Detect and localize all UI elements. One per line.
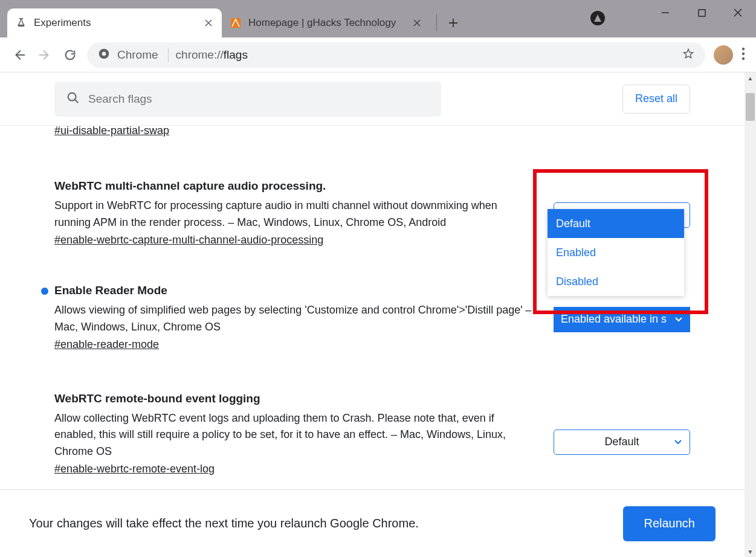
flag-anchor[interactable]: #enable-reader-mode — [54, 338, 159, 351]
flag-title: WebRTC remote-bound event logging — [54, 392, 690, 405]
address-bar[interactable]: Chrome chrome://flags — [87, 42, 705, 68]
flag-dropdown[interactable]: Default — [554, 430, 690, 455]
dropdown-option-default[interactable]: Default — [548, 209, 684, 238]
minimize-button[interactable] — [647, 0, 683, 25]
vertical-scrollbar[interactable]: ▲ ▼ — [745, 72, 756, 557]
svg-rect-1 — [699, 10, 705, 16]
page-content: Reset all #ui-disable-partial-swap WebRT… — [0, 72, 756, 557]
chevron-down-icon — [674, 313, 683, 326]
relaunch-button[interactable]: Relaunch — [623, 506, 716, 541]
svg-point-6 — [742, 57, 745, 59]
close-icon[interactable] — [412, 18, 422, 28]
dropdown-option-disabled[interactable]: Disabled — [548, 267, 684, 296]
dropdown-option-enabled[interactable]: Enabled — [548, 238, 684, 267]
tab-strip: Experiments Homepage | gHacks Technology — [7, 0, 464, 37]
reset-all-button[interactable]: Reset all — [622, 85, 690, 114]
relaunch-footer: Your changes will take effect the next t… — [0, 489, 745, 557]
maximize-button[interactable] — [683, 0, 720, 25]
flag-item: WebRTC remote-bound event logging Allow … — [54, 351, 690, 476]
tab-separator — [436, 14, 437, 31]
site-favicon — [230, 18, 241, 28]
browser-toolbar: Chrome chrome://flags — [0, 37, 756, 72]
flag-anchor[interactable]: #enable-webrtc-capture-multi-channel-aud… — [54, 234, 323, 246]
forward-button[interactable] — [36, 47, 53, 63]
modified-indicator-icon — [41, 288, 48, 295]
svg-point-3 — [102, 51, 106, 56]
media-indicator-icon[interactable] — [590, 11, 605, 25]
flag-description: Allow collecting WebRTC event logs and u… — [54, 410, 532, 461]
back-button[interactable] — [11, 47, 28, 63]
scrollbar-thumb[interactable] — [746, 93, 755, 121]
flags-search-header: Reset all — [0, 72, 745, 126]
dropdown-menu: Default Enabled Disabled — [548, 209, 684, 296]
flag-anchor[interactable]: #enable-webrtc-remote-event-log — [54, 463, 215, 475]
search-input[interactable] — [88, 92, 429, 106]
footer-message: Your changes will take effect the next t… — [29, 517, 419, 530]
search-flags-box[interactable] — [54, 82, 441, 117]
omnibox-origin-label: Chrome — [117, 48, 169, 62]
scroll-down-icon[interactable]: ▼ — [745, 546, 756, 557]
chrome-icon — [98, 48, 110, 62]
flag-description: Support in WebRTC for processing capture… — [54, 198, 532, 231]
tab-title: Experiments — [34, 17, 196, 29]
tab-experiments[interactable]: Experiments — [7, 8, 222, 37]
reload-button[interactable] — [62, 47, 79, 63]
scroll-up-icon[interactable]: ▲ — [745, 72, 756, 83]
svg-point-4 — [742, 47, 745, 50]
profile-avatar[interactable] — [714, 45, 733, 65]
window-controls — [647, 0, 756, 25]
flag-title: WebRTC multi-channel capture audio proce… — [54, 179, 690, 193]
new-tab-button[interactable] — [443, 13, 464, 33]
svg-point-7 — [68, 92, 76, 100]
flag-description: Allows viewing of simplified web pages b… — [54, 302, 532, 336]
tab-title: Homepage | gHacks Technology — [248, 17, 405, 29]
bookmark-star-icon[interactable] — [682, 48, 694, 62]
close-icon[interactable] — [204, 18, 213, 28]
flag-dropdown[interactable]: Enabled available in s — [554, 307, 690, 332]
chevron-down-icon — [674, 436, 682, 448]
close-window-button[interactable] — [720, 0, 756, 25]
search-icon — [66, 91, 80, 107]
flag-anchor[interactable]: #ui-disable-partial-swap — [54, 126, 169, 137]
flask-icon — [16, 18, 27, 28]
tab-ghacks[interactable]: Homepage | gHacks Technology — [222, 8, 430, 37]
svg-point-5 — [742, 52, 745, 54]
kebab-menu-icon[interactable] — [741, 47, 745, 63]
omnibox-url: chrome://flags — [176, 48, 675, 62]
window-titlebar: Experiments Homepage | gHacks Technology — [0, 0, 756, 37]
